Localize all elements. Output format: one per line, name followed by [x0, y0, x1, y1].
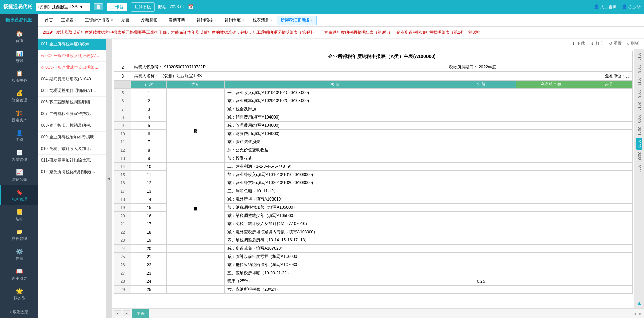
sidebar-item-close[interactable]: 📒 结账: [0, 205, 38, 225]
sidebar-item-archive[interactable]: 📁 归档管理: [0, 225, 38, 245]
collapse-button[interactable]: ◀: [106, 39, 112, 318]
year-2021[interactable]: 2021: [636, 125, 642, 137]
list-item-011[interactable]: 011-研发费用加计扣除优惠...: [38, 155, 106, 166]
diff-3[interactable]: [586, 105, 633, 113]
company-selector[interactable]: (勿删）江西服宝-LSS ▼: [36, 3, 90, 11]
year-2024[interactable]: 2024: [636, 163, 642, 174]
amount-20[interactable]: [446, 245, 516, 253]
cut-button[interactable]: 切到旧版: [131, 2, 155, 12]
tab-salary-report[interactable]: 工资统计报表 ×: [81, 16, 117, 25]
reset-button[interactable]: ↺ 重置: [609, 41, 622, 46]
diff-22[interactable]: [586, 261, 633, 269]
amount-8[interactable]: [446, 146, 516, 154]
profit-9[interactable]: [516, 154, 586, 163]
year-2023[interactable]: 2023: [636, 150, 642, 162]
tab-receipt-open[interactable]: 发票开票 ×: [165, 16, 192, 25]
diff-16[interactable]: [586, 212, 633, 220]
diff-1[interactable]: [586, 89, 633, 97]
tab-tax-clear[interactable]: 税表清册 ×: [249, 16, 276, 25]
tab-receipt-open-close[interactable]: ×: [186, 18, 188, 22]
sidebar-item-home[interactable]: 🏠 首页: [0, 27, 38, 47]
year-2019-top[interactable]: 2019: [636, 51, 642, 62]
work-button[interactable]: 工作台: [107, 3, 127, 11]
period-icon[interactable]: 📅: [188, 4, 193, 9]
diff-17[interactable]: [586, 220, 633, 228]
diff-7[interactable]: [586, 138, 633, 146]
amount-6[interactable]: [446, 130, 516, 138]
amount-18[interactable]: [446, 228, 516, 236]
tab-audit-close[interactable]: ×: [214, 18, 216, 22]
profit-2[interactable]: [516, 97, 586, 105]
year-2020[interactable]: 2020: [636, 113, 642, 124]
diff-13[interactable]: [586, 187, 633, 195]
sheet-nav-left[interactable]: ◄: [114, 310, 121, 316]
amount-5[interactable]: [446, 122, 516, 130]
profit-17[interactable]: [516, 220, 586, 228]
profit-16[interactable]: [516, 212, 586, 220]
tab-ledger-close[interactable]: ×: [242, 18, 244, 22]
list-item-012[interactable]: 012-减免所得税优惠明细表(...: [38, 166, 106, 178]
amount-13[interactable]: [446, 187, 516, 195]
amount-17[interactable]: [446, 220, 516, 228]
sidebar-item-member[interactable]: 🌟 畅会员: [0, 285, 38, 304]
sidebar-item-invoice[interactable]: 🧾 发票管理: [0, 146, 38, 166]
diff-25[interactable]: [586, 286, 633, 294]
tab-receipt-calc[interactable]: 发票算账 ×: [137, 16, 165, 25]
scroll-right-btn[interactable]: ►: [639, 312, 642, 316]
sidebar-item-salary[interactable]: 👤 工资: [0, 126, 38, 146]
amount-10[interactable]: [446, 163, 516, 171]
profit-10[interactable]: [516, 163, 586, 171]
diff-10[interactable]: [586, 163, 633, 171]
year-2022[interactable]: 2022: [636, 138, 642, 149]
amount-11[interactable]: [446, 171, 516, 179]
diff-24[interactable]: [586, 277, 633, 286]
tab-ledger[interactable]: 进销台账 ×: [221, 16, 248, 25]
amount-7[interactable]: [446, 138, 516, 146]
user-info[interactable]: 👤 徐淙华: [622, 4, 641, 10]
tab-tax-clear-close[interactable]: ×: [270, 18, 272, 22]
tab-receipt[interactable]: 发票 ×: [117, 16, 137, 25]
profit-6[interactable]: [516, 130, 586, 138]
profit-5[interactable]: [516, 122, 586, 130]
amount-22[interactable]: [446, 261, 516, 269]
year-2018[interactable]: 2018: [636, 88, 642, 99]
year-2017[interactable]: 2017: [636, 75, 642, 87]
profit-3[interactable]: [516, 105, 586, 113]
sidebar-item-guide[interactable]: 📖 新手引导: [0, 265, 38, 285]
list-item-005[interactable]: 005-纳税调整项目明细表(A1...: [38, 85, 106, 97]
download-button[interactable]: ⬇ 下载: [572, 41, 585, 46]
amount-24[interactable]: 0.25: [446, 277, 516, 286]
list-item-006[interactable]: 006-职工薪酬纳税调整明细...: [38, 97, 106, 108]
profit-14[interactable]: [516, 195, 586, 204]
profit-8[interactable]: [516, 146, 586, 154]
list-item-007[interactable]: 007-广告费和业务宣传费跌...: [38, 108, 106, 120]
tab-receipt-calc-close[interactable]: ×: [159, 18, 161, 22]
diff-18[interactable]: [586, 228, 633, 236]
list-item-002[interactable]: 002-一般企业收入明细表(A1...: [38, 50, 106, 62]
diff-6[interactable]: [586, 130, 633, 138]
amount-23[interactable]: [446, 269, 516, 277]
doc-button[interactable]: 📄: [94, 3, 103, 10]
diff-2[interactable]: [586, 97, 633, 105]
tab-salary[interactable]: 工资表 ×: [57, 16, 81, 25]
diff-8[interactable]: [586, 146, 633, 154]
amount-9[interactable]: [446, 154, 516, 163]
profit-13[interactable]: [516, 187, 586, 195]
list-item-008[interactable]: 008-资产折旧、摊销及纳税...: [38, 120, 106, 132]
diff-23[interactable]: [586, 269, 633, 277]
diff-21[interactable]: [586, 253, 633, 261]
amount-19[interactable]: [446, 236, 516, 245]
amount-4[interactable]: [446, 113, 516, 122]
tab-home[interactable]: 首页: [41, 16, 57, 25]
list-item-010[interactable]: 010-免税、减计收入及加计...: [38, 143, 106, 155]
tab-tax-calc-close[interactable]: ×: [311, 18, 313, 22]
list-item-001[interactable]: 001-企业所得税年度纳税申...: [38, 39, 106, 50]
diff-11[interactable]: [586, 171, 633, 179]
profit-19[interactable]: [516, 236, 586, 245]
profit-21[interactable]: [516, 253, 586, 261]
amount-1[interactable]: [446, 89, 516, 97]
scroll-left-btn[interactable]: ◄: [633, 312, 637, 316]
amount-12[interactable]: [446, 179, 516, 187]
diff-15[interactable]: [586, 204, 633, 212]
sheet-nav-right[interactable]: ►: [123, 310, 130, 316]
